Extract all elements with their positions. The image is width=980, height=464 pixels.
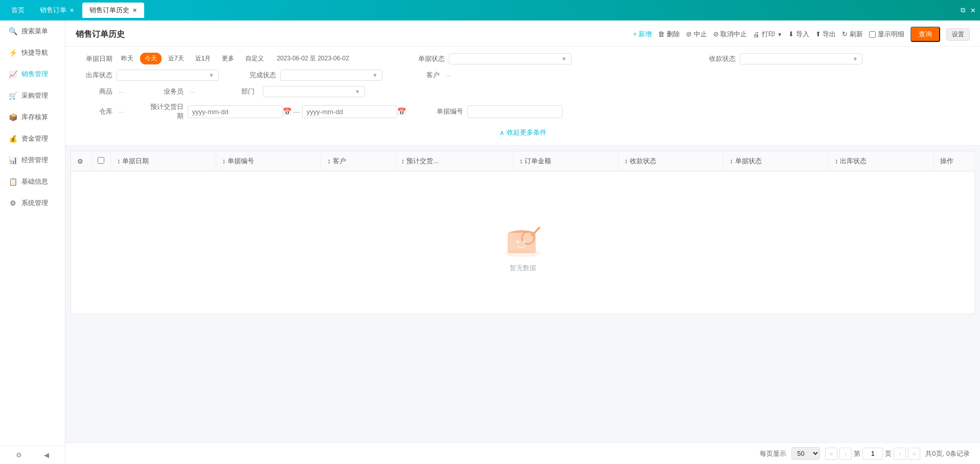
collapse-button[interactable]: ∧ 收起更多条件 (76, 126, 970, 139)
sidebar-item-basic-info[interactable]: 📋 基础信息 (0, 171, 65, 192)
select-all-checkbox[interactable] (98, 157, 104, 164)
voucher-status-label: 单据状态 (408, 54, 449, 63)
sidebar-item-sys-mgmt[interactable]: ⚙ 系统管理 (0, 192, 65, 214)
th-order-amount[interactable]: ↕ 订单金额 (513, 151, 619, 171)
stop-button[interactable]: ⊘ 中止 (686, 30, 707, 39)
voucher-status-select[interactable]: ▼ (449, 53, 572, 64)
finance-icon: 💰 (8, 134, 17, 143)
sidebar-item-sys-mgmt-label: 系统管理 (21, 198, 48, 208)
display-details-checkbox[interactable]: 显示明细 (869, 30, 904, 39)
sidebar-item-inventory-label: 库存核算 (21, 113, 48, 122)
th-voucher-no[interactable]: ↕ 单据编号 (216, 151, 321, 171)
department-chevron-icon: ▼ (355, 89, 360, 95)
table-area: ⚙ ↕ 单据日期 ↕ 单据编号 ↕ 客户 (65, 146, 980, 443)
display-details-input[interactable] (869, 31, 876, 38)
sidebar-item-sales-mgmt-label: 销售管理 (21, 70, 48, 79)
sidebar-item-operations[interactable]: 📊 经营管理 (0, 149, 65, 171)
calendar-start-icon[interactable]: 📅 (283, 107, 291, 116)
top-right-actions: ⧉ ✕ (961, 6, 976, 14)
th-checkbox[interactable] (92, 151, 111, 171)
th-delivery-status[interactable]: ↕ 出库状态 (829, 151, 934, 171)
sidebar-item-operations-label: 经营管理 (21, 156, 48, 165)
tab-bar: 首页 销售订单 ✕ 销售订单历史 ✕ (4, 3, 959, 18)
per-page-select[interactable]: 50 10 20 100 (791, 447, 820, 460)
warehouse-label: 仓库 (76, 107, 117, 116)
settings-button[interactable]: 设置 (946, 28, 970, 41)
import-button[interactable]: ⬇ 导入 (788, 30, 809, 39)
sys-mgmt-icon: ⚙ (8, 198, 17, 208)
first-page-button[interactable]: « (825, 448, 837, 460)
voucher-no-input[interactable] (467, 105, 562, 118)
filter-area: 单据日期 昨天 今天 近7天 近1月 更多 自定义 2023-06-02 至 2… (65, 47, 980, 146)
sidebar-item-search-menu[interactable]: 🔍 搜索菜单 (0, 20, 65, 42)
filter-row-2: 出库状态 ▼ 完成状态 ▼ 客户 ··· (76, 70, 970, 81)
expected-delivery-label: 预计交货日期 (147, 102, 188, 121)
th-voucher-status-label: ↕ 单据状态 (730, 157, 761, 165)
tab-home[interactable]: 首页 (4, 3, 32, 18)
tab-sales-order[interactable]: 销售订单 ✕ (33, 3, 81, 18)
tab-sales-order-history[interactable]: 销售订单历史 ✕ (82, 3, 144, 18)
next-page-button[interactable]: › (894, 448, 906, 460)
sidebar-item-search-menu-label: 搜索菜单 (21, 27, 48, 36)
th-voucher-status[interactable]: ↕ 单据状态 (723, 151, 829, 171)
sidebar-item-basic-info-label: 基础信息 (21, 177, 48, 186)
expected-delivery-start[interactable] (188, 105, 283, 118)
delivery-status-select[interactable]: ▼ (117, 70, 219, 81)
voucher-status-section: 单据状态 ▼ (408, 53, 679, 64)
column-settings-icon[interactable]: ⚙ (77, 158, 83, 165)
sidebar-collapse-icon[interactable]: ◀ (44, 451, 49, 459)
cancel-stop-button[interactable]: ⊘ 取消中止 (713, 30, 747, 39)
th-voucher-date[interactable]: ↕ 单据日期 (111, 151, 216, 171)
complete-status-label: 完成状态 (239, 71, 280, 80)
svg-point-4 (516, 240, 519, 244)
th-settings[interactable]: ⚙ (71, 151, 92, 171)
sidebar-item-purchase-mgmt[interactable]: 🛒 采购管理 (0, 85, 65, 106)
per-page-label: 每页显示 (760, 449, 786, 458)
search-menu-icon: 🔍 (8, 27, 17, 36)
payment-status-select[interactable]: ▼ (740, 53, 862, 64)
export-button[interactable]: ⬆ 导出 (815, 30, 836, 39)
calendar-end-icon[interactable]: 📅 (397, 107, 406, 116)
sidebar-settings-icon[interactable]: ⚙ (16, 451, 22, 459)
print-icon: 🖨 (753, 31, 760, 38)
display-details-label: 显示明细 (878, 30, 904, 39)
th-payment-status[interactable]: ↕ 收款状态 (618, 151, 723, 171)
date-btn-today[interactable]: 今天 (140, 53, 162, 64)
date-btn-7days[interactable]: 近7天 (164, 53, 189, 64)
restore-icon[interactable]: ⧉ (961, 6, 965, 14)
sidebar-item-sales-mgmt[interactable]: 📈 销售管理 (0, 63, 65, 85)
warehouse-dots[interactable]: ··· (117, 108, 126, 116)
date-btn-custom[interactable]: 自定义 (241, 53, 268, 64)
th-customer[interactable]: ↕ 客户 (321, 151, 395, 171)
close-icon[interactable]: ✕ (970, 7, 976, 14)
expected-delivery-end[interactable] (302, 105, 397, 118)
th-expected-delivery[interactable]: ↕ 预计交货... (395, 151, 513, 171)
inventory-icon: 📦 (8, 113, 17, 122)
query-button[interactable]: 查询 (910, 27, 940, 42)
page-number-input[interactable] (862, 448, 883, 460)
complete-status-chevron-icon: ▼ (372, 72, 378, 78)
salesperson-dots[interactable]: ··· (188, 88, 197, 96)
sidebar-item-inventory[interactable]: 📦 库存核算 (0, 106, 65, 128)
complete-status-select[interactable]: ▼ (280, 70, 382, 81)
goods-dots[interactable]: ··· (117, 88, 126, 96)
print-button[interactable]: 🖨 🖨 打印 打印 ▼ (753, 30, 782, 39)
table-body: 暂无数据 (71, 171, 975, 314)
customer-dots[interactable]: ··· (444, 72, 453, 79)
delete-button[interactable]: 🗑 删除 (658, 30, 680, 39)
refresh-button[interactable]: ↻ 刷新 (842, 30, 863, 39)
prev-page-button[interactable]: ‹ (839, 448, 852, 460)
payment-status-section: 收款状态 ▼ (699, 53, 970, 64)
tab-sales-order-history-close[interactable]: ✕ (132, 7, 137, 14)
tab-sales-order-close[interactable]: ✕ (70, 7, 74, 14)
sidebar-item-finance[interactable]: 💰 资金管理 (0, 128, 65, 149)
new-button[interactable]: + 新增 (633, 30, 652, 39)
purchase-mgmt-icon: 🛒 (8, 91, 17, 100)
sidebar-bottom: ⚙ ◀ (0, 446, 65, 464)
date-btn-1month[interactable]: 近1月 (191, 53, 216, 64)
date-btn-more[interactable]: 更多 (217, 53, 239, 64)
department-select[interactable]: ▼ (263, 86, 365, 97)
last-page-button[interactable]: » (908, 448, 920, 460)
sidebar-item-quick-nav[interactable]: ⚡ 快捷导航 (0, 42, 65, 63)
date-btn-yesterday[interactable]: 昨天 (117, 53, 138, 64)
